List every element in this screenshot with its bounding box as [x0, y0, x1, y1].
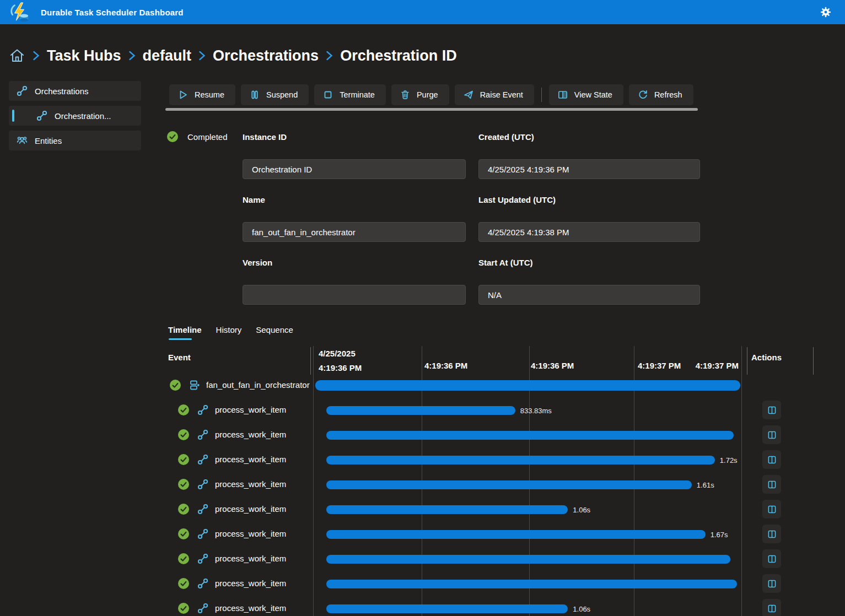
activity-icon	[197, 553, 208, 564]
split-panel-icon	[767, 529, 777, 539]
bar-duration-label: 1.61s	[697, 481, 714, 489]
send-icon	[463, 89, 474, 100]
view-state-button[interactable]	[762, 574, 781, 593]
purge-button[interactable]: Purge	[391, 84, 449, 105]
split-panel-icon	[767, 505, 777, 514]
name-label: Name	[243, 195, 265, 204]
timeline-row: process_work_item 1.06s	[163, 497, 845, 522]
created-utc-field[interactable]: 4/25/2025 4:19:36 PM	[478, 159, 700, 179]
play-icon	[177, 89, 189, 100]
view-state-button[interactable]	[762, 425, 781, 444]
created-utc-label: Created (UTC)	[478, 132, 534, 142]
timeline-panel: Event 4/25/2025 4:19:36 PM 4:19:36 PM 4:…	[163, 346, 845, 616]
timeline-row: process_work_item 833.83ms	[163, 398, 845, 423]
split-panel-icon	[767, 455, 777, 464]
sidebar-item-orchestration-instance[interactable]: Orchestration...	[9, 106, 141, 126]
terminate-button[interactable]: Terminate	[314, 84, 386, 105]
version-field[interactable]	[243, 285, 466, 305]
timeline-bar[interactable]	[326, 456, 715, 464]
suspend-button[interactable]: Suspend	[241, 84, 309, 105]
tab-timeline[interactable]: Timeline	[168, 325, 202, 340]
timeline-bar[interactable]	[326, 530, 706, 539]
event-name: process_work_item	[215, 579, 286, 588]
refresh-icon	[637, 89, 648, 100]
activity-icon	[197, 479, 208, 490]
breadcrumb-chevron-icon	[128, 49, 136, 62]
timeline-row: process_work_item 1.61s	[163, 472, 845, 497]
event-name: fan_out_fan_in_orchestrator	[206, 380, 310, 390]
split-panel-icon	[767, 604, 777, 613]
durable-task-scheduler-logo-icon	[9, 1, 31, 23]
detail-tabs: Timeline History Sequence	[168, 325, 293, 340]
time-tick: 4:19:37 PM	[638, 361, 681, 370]
people-icon	[17, 135, 28, 146]
orchestration-toolbar: Resume Suspend Terminate Purge Raise Eve…	[169, 84, 693, 105]
completed-status-icon	[178, 603, 189, 614]
split-panel-icon	[767, 406, 777, 415]
bar-duration-label: 1.06s	[573, 605, 590, 613]
split-panel-icon	[557, 89, 568, 100]
timeline-bar[interactable]	[326, 505, 568, 514]
view-state-button[interactable]	[762, 401, 781, 419]
time-tick: 4:19:36 PM	[424, 361, 467, 370]
sidebar-item-label: Entities	[35, 136, 62, 145]
tab-sequence[interactable]: Sequence	[256, 325, 293, 340]
instance-id-field[interactable]: Orchestration ID	[243, 159, 466, 179]
last-updated-utc-label: Last Updated (UTC)	[478, 195, 556, 204]
view-state-button[interactable]	[762, 500, 781, 518]
timeline-row: process_work_item 1.06s	[163, 596, 845, 616]
start-at-utc-field[interactable]: N/A	[478, 285, 700, 305]
timeline-bar[interactable]	[326, 480, 692, 489]
view-state-button[interactable]: View State	[549, 84, 623, 105]
view-state-button[interactable]	[762, 599, 781, 616]
home-icon[interactable]	[9, 47, 25, 64]
bar-duration-label: 1.06s	[573, 506, 590, 514]
view-state-button[interactable]	[762, 450, 781, 469]
pause-icon	[249, 89, 260, 100]
timeline-row: process_work_item 1.72s	[163, 447, 845, 472]
sidebar: Orchestrations Orchestration... Entities	[9, 81, 141, 155]
tab-history[interactable]: History	[216, 325, 242, 340]
activity-icon	[197, 603, 208, 614]
activity-icon	[197, 404, 208, 415]
resume-button[interactable]: Resume	[169, 84, 235, 105]
sidebar-item-entities[interactable]: Entities	[9, 131, 141, 150]
view-state-button[interactable]	[762, 549, 781, 568]
completed-status-icon	[167, 131, 178, 142]
sidebar-item-label: Orchestrations	[35, 87, 89, 96]
activity-icon	[197, 429, 208, 440]
timeline-bar[interactable]	[326, 406, 515, 415]
timeline-bar[interactable]	[326, 604, 568, 613]
actions-column-header: Actions	[751, 353, 782, 362]
timeline-bar[interactable]	[315, 380, 740, 391]
timeline-bar[interactable]	[326, 555, 730, 564]
timeline-row: process_work_item	[163, 571, 845, 596]
timeline-bar[interactable]	[326, 580, 737, 588]
bar-duration-label: 833.83ms	[520, 407, 552, 415]
activity-icon	[197, 578, 208, 589]
completed-status-icon	[170, 380, 181, 391]
header-separator	[747, 347, 747, 375]
toolbar-horizontal-scrollbar[interactable]	[165, 108, 698, 111]
view-state-button[interactable]	[762, 475, 781, 494]
raise-event-button[interactable]: Raise Event	[455, 84, 534, 105]
timeline-bar[interactable]	[326, 431, 734, 440]
refresh-button[interactable]: Refresh	[629, 84, 693, 105]
completed-status-icon	[178, 454, 189, 465]
orchestration-status: Completed	[167, 131, 228, 142]
name-field[interactable]: fan_out_fan_in_orchestrator	[243, 222, 466, 242]
activity-icon	[197, 454, 208, 465]
split-panel-icon	[767, 480, 777, 489]
sidebar-item-orchestrations[interactable]: Orchestrations	[9, 81, 141, 101]
header-separator	[310, 347, 311, 375]
timeline-row: process_work_item 1.67s	[163, 522, 845, 547]
view-state-button[interactable]	[762, 525, 781, 543]
breadcrumb-task-hubs[interactable]: Task Hubs	[47, 47, 121, 64]
instance-id-label: Instance ID	[243, 132, 287, 142]
selected-indicator	[12, 110, 14, 122]
status-label: Completed	[187, 132, 228, 142]
last-updated-utc-field[interactable]: 4/25/2025 4:19:38 PM	[478, 222, 700, 242]
split-panel-icon	[767, 579, 777, 588]
event-name: process_work_item	[215, 479, 286, 489]
completed-status-icon	[178, 504, 189, 515]
